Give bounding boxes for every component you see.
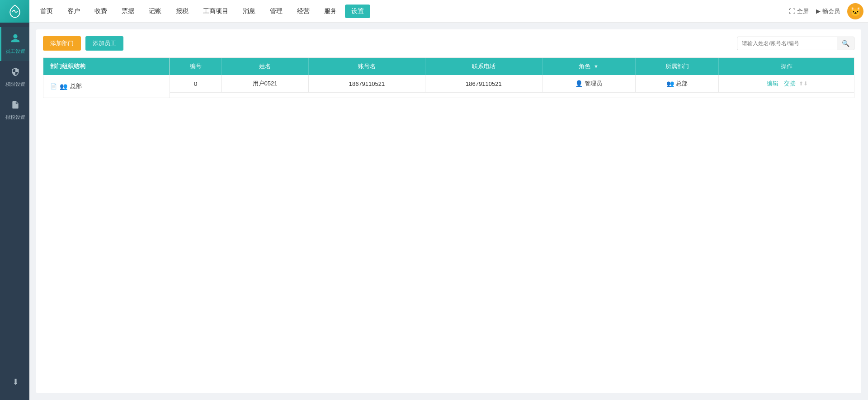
dept-tree-body: 📄 👥 总部: [43, 75, 170, 98]
vip-btn[interactable]: ▶ 畅会员: [816, 7, 840, 15]
search-button[interactable]: 🔍: [837, 37, 854, 50]
sidebar-item-permission[interactable]: 权限设置: [0, 61, 29, 94]
add-dept-button[interactable]: 添加部门: [43, 36, 81, 51]
content-area: 添加部门 添加员工 🔍 部门组织结构 📄 👥: [29, 23, 868, 400]
toolbar: 添加部门 添加员工 🔍: [43, 36, 854, 51]
role-filter-icon: ▼: [594, 64, 599, 69]
nav-business[interactable]: 工商项目: [197, 5, 235, 18]
user-avatar[interactable]: 🐱: [847, 3, 863, 19]
col-name: 姓名: [222, 58, 309, 75]
dept-file-icon: 📄: [50, 83, 57, 89]
nav-operation[interactable]: 经营: [291, 5, 316, 18]
fullscreen-label: 全屏: [797, 7, 809, 15]
vip-label: 畅会员: [822, 7, 840, 15]
vip-icon: ▶: [816, 8, 821, 14]
employee-icon: [10, 33, 20, 46]
dept-tree: 部门组织结构 📄 👥 总部: [43, 58, 170, 98]
fullscreen-btn[interactable]: ⛶ 全屏: [789, 7, 809, 15]
search-input[interactable]: [737, 38, 837, 49]
sidebar-bottom: ⬇: [0, 371, 29, 400]
cell-actions: 编辑 交接 ⬆⬇: [719, 75, 854, 93]
cell-dept: 👥 总部: [635, 75, 719, 93]
col-role[interactable]: 角色 ▼: [542, 58, 635, 75]
role-user-icon: 👤: [575, 80, 583, 87]
nav-fee[interactable]: 收费: [88, 5, 113, 18]
search-area: 🔍: [737, 37, 854, 50]
top-navigation: 首页 客户 收费 票据 记账 报税 工商项目 消息 管理 经营 服务 设置 ⛶ …: [0, 0, 868, 23]
dept-value: 总部: [676, 80, 688, 88]
main-panel: 添加部门 添加员工 🔍 部门组织结构 📄 👥: [36, 29, 861, 393]
edit-action[interactable]: 编辑: [767, 80, 778, 87]
logo[interactable]: [0, 0, 29, 23]
role-value: 管理员: [585, 80, 602, 88]
table-body: 0 用户0521 18679110521 18679110521 👤 管理员: [170, 75, 854, 93]
search-icon: 🔍: [842, 40, 849, 47]
employee-table: 编号 姓名 账号名 联系电话 角色 ▼ 所属部门 操作: [170, 58, 854, 93]
nav-home[interactable]: 首页: [34, 5, 59, 18]
cell-role: 👤 管理员: [542, 75, 635, 93]
cell-phone: 18679110521: [425, 75, 542, 93]
nav-message[interactable]: 消息: [236, 5, 262, 18]
main-layout: 员工设置 权限设置 报税设置 ⬇ 添加部门 添加员工: [0, 23, 868, 400]
nav-customer[interactable]: 客户: [61, 5, 86, 18]
nav-tax[interactable]: 报税: [170, 5, 195, 18]
nav-settings[interactable]: 设置: [345, 5, 370, 18]
col-account: 账号名: [308, 58, 425, 75]
dept-tree-header: 部门组织结构: [43, 58, 170, 75]
sidebar-permission-label: 权限设置: [5, 81, 25, 88]
dept-item-root[interactable]: 📄 👥 总部: [48, 80, 165, 93]
dept-root-label: 总部: [70, 82, 82, 90]
nav-menu: 首页 客户 收费 票据 记账 报税 工商项目 消息 管理 经营 服务 设置: [34, 5, 789, 18]
table-row: 0 用户0521 18679110521 18679110521 👤 管理员: [170, 75, 854, 93]
taxsetting-icon: [11, 100, 20, 112]
sidebar-taxsetting-label: 报税设置: [5, 114, 25, 121]
nav-right-area: ⛶ 全屏 ▶ 畅会员 🐱: [789, 3, 863, 19]
cell-account: 18679110521: [308, 75, 425, 93]
sidebar-employee-label: 员工设置: [5, 48, 25, 55]
sidebar-download-btn[interactable]: ⬇: [0, 371, 29, 393]
cell-id: 0: [170, 75, 222, 93]
cell-name: 用户0521: [222, 75, 309, 93]
emp-table: 编号 姓名 账号名 联系电话 角色 ▼ 所属部门 操作: [170, 58, 854, 98]
download-icon: ⬇: [12, 377, 19, 387]
nav-manage[interactable]: 管理: [264, 5, 289, 18]
col-dept: 所属部门: [635, 58, 719, 75]
nav-service[interactable]: 服务: [318, 5, 343, 18]
col-id: 编号: [170, 58, 222, 75]
nav-bill[interactable]: 票据: [115, 5, 141, 18]
col-phone: 联系电话: [425, 58, 542, 75]
permission-icon: [11, 67, 20, 79]
table-header-row: 编号 姓名 账号名 联系电话 角色 ▼ 所属部门 操作: [170, 58, 854, 75]
scroll-arrows-cell: ⬆⬇: [799, 80, 808, 87]
sidebar-item-taxsetting[interactable]: 报税设置: [0, 94, 29, 127]
sidebar-item-employee[interactable]: 员工设置: [0, 27, 29, 61]
dept-user-icon: 👥: [60, 83, 67, 90]
sidebar: 员工设置 权限设置 报税设置 ⬇: [0, 23, 29, 400]
content-grid: 部门组织结构 📄 👥 总部 编号: [43, 57, 854, 98]
fullscreen-icon: ⛶: [789, 8, 795, 15]
col-actions: 操作: [719, 58, 854, 75]
transfer-action[interactable]: 交接: [784, 80, 796, 87]
nav-account[interactable]: 记账: [142, 5, 168, 18]
add-emp-button[interactable]: 添加员工: [85, 36, 123, 51]
dept-user-icon-cell: 👥: [666, 80, 674, 87]
